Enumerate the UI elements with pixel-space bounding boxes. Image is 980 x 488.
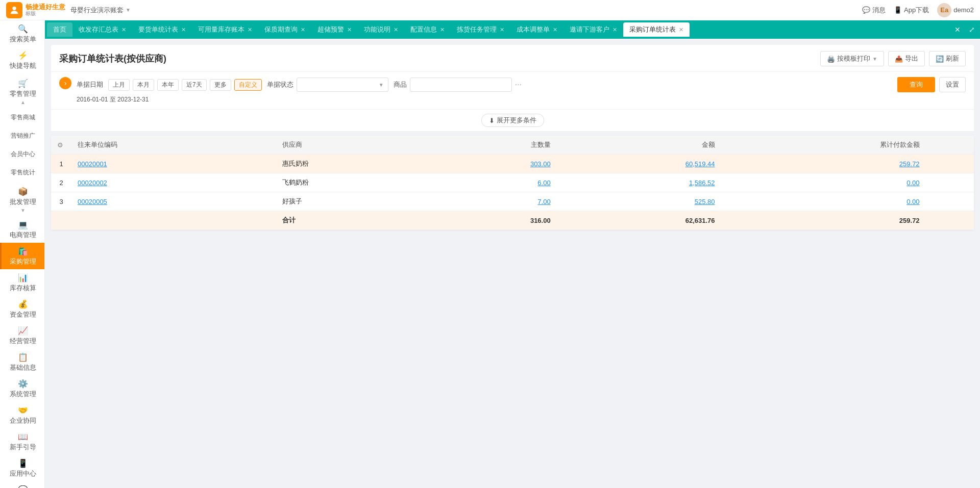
table-row: 1 00020001 惠氏奶粉 303.00 60,519.44 — [51, 155, 974, 173]
tab-cost-adjust[interactable]: 成本调整单 ✕ — [510, 22, 564, 37]
wholesale-arrow-icon: ▼ — [20, 208, 26, 213]
tab-receive-summary[interactable]: 收发存汇总表 ✕ — [72, 22, 132, 37]
row-paid-1: 259.72 — [721, 155, 926, 173]
content-area: 首页 收发存汇总表 ✕ 要货单统计表 ✕ 可用量库存账本 ✕ 保质期查询 ✕ 超… — [45, 20, 980, 488]
export-icon: 📤 — [895, 55, 903, 63]
app-logo-icon — [6, 2, 22, 18]
filter-query-area: 查询 设置 — [897, 77, 966, 92]
table-header: ⚙ 往来单位编码 供应商 主数量 金额 累计付款金额 — [51, 136, 974, 155]
row-supplier-2: 飞鹤奶粉 — [276, 173, 429, 192]
tab-close-pick-task[interactable]: ✕ — [500, 27, 504, 33]
tab-invite-downstream[interactable]: 邀请下游客户 ✕ — [564, 22, 623, 37]
tab-close-expiry-query[interactable]: ✕ — [301, 27, 305, 33]
col-code: 往来单位编码 — [71, 136, 276, 155]
goods-label: 商品 — [394, 80, 407, 89]
expand-more-btn[interactable]: ⬇ 展开更多条件 — [481, 114, 544, 127]
message-action[interactable]: 💬 消息 — [862, 6, 886, 15]
tab-close-overstock-warning[interactable]: ✕ — [347, 27, 352, 33]
sidebar-item-enterprise[interactable]: 🤝 企业协同 — [0, 402, 44, 428]
search-icon: 🔍 — [18, 24, 28, 34]
sidebar-item-retail[interactable]: 🛒 零售管理 ▲ — [0, 73, 44, 108]
date-btn-7days[interactable]: 近7天 — [182, 79, 207, 91]
sidebar-item-search[interactable]: 🔍 搜索英单 — [0, 20, 44, 47]
col-amount: 金额 — [557, 136, 721, 155]
sidebar-item-basic[interactable]: 📋 基础信息 — [0, 349, 44, 375]
tab-pick-task[interactable]: 拣货任务管理 ✕ — [451, 22, 510, 37]
tab-bar-actions: ✕ ⤢ — [951, 23, 978, 36]
top-bar: 畅捷通好生意 标版 母婴行业演示账套 ▼ 💬 消息 📱 App下载 Ea dem… — [0, 0, 980, 20]
tab-close-function-desc[interactable]: ✕ — [394, 27, 398, 33]
date-btn-this-year[interactable]: 本年 — [157, 79, 179, 91]
query-btn[interactable]: 查询 — [897, 77, 935, 92]
sidebar-item-finance[interactable]: 💰 资金管理 — [0, 296, 44, 322]
sidebar-item-inventory[interactable]: 📊 库存核算 — [0, 269, 44, 296]
row-code-3: 00020005 — [71, 192, 276, 211]
export-btn[interactable]: 📤 导出 — [888, 51, 925, 66]
date-btn-more[interactable]: 更多 — [210, 79, 231, 91]
sidebar-item-retail-stats[interactable]: 零售统计 — [0, 163, 44, 182]
filter-more-dots[interactable]: ··· — [515, 80, 522, 89]
page-header-actions: 🖨️ 按模板打印 ▼ 📤 导出 🔄 刷新 — [820, 51, 966, 66]
ecommerce-icon: 💻 — [18, 220, 28, 229]
tab-close-config-info[interactable]: ✕ — [440, 27, 445, 33]
settings-btn[interactable]: 设置 — [939, 77, 966, 92]
sidebar-item-wechat[interactable]: 💬 企业微信 — [0, 481, 44, 488]
col-qty: 主数量 — [429, 136, 557, 155]
avatar: Ea — [937, 3, 951, 17]
col-settings: ⚙ — [51, 136, 71, 155]
row-qty-2: 6.00 — [429, 173, 557, 192]
tab-expiry-query[interactable]: 保质期查询 ✕ — [258, 22, 311, 37]
date-btn-this-month[interactable]: 本月 — [133, 79, 154, 91]
goods-input[interactable] — [410, 78, 512, 92]
print-btn[interactable]: 🖨️ 按模板打印 ▼ — [820, 51, 884, 66]
status-select[interactable]: ▼ — [297, 78, 388, 92]
filter-area: › 单据日期 上月 本月 本年 近7天 更多 自定义 — [51, 71, 974, 110]
logo-area: 畅捷通好生意 标版 — [6, 2, 65, 18]
tab-close-cost-adjust[interactable]: ✕ — [553, 27, 557, 33]
tab-home[interactable]: 首页 — [47, 22, 72, 37]
tab-function-desc[interactable]: 功能说明 ✕ — [358, 22, 404, 37]
date-label: 单据日期 — [77, 80, 103, 89]
tab-available-inventory[interactable]: 可用量库存账本 ✕ — [192, 22, 258, 37]
row-qty-3: 7.00 — [429, 192, 557, 211]
date-btn-last-month[interactable]: 上月 — [108, 79, 130, 91]
row-num-2: 2 — [51, 173, 71, 192]
sidebar-item-ecommerce[interactable]: 💻 电商管理 — [0, 216, 44, 243]
tab-purchase-single-stats[interactable]: 要货单统计表 ✕ — [132, 22, 192, 37]
sidebar-item-quick-nav[interactable]: ⚡ 快捷导航 — [0, 47, 44, 73]
row-code-2: 00020002 — [71, 173, 276, 192]
sidebar-item-app-center[interactable]: 📱 应用中心 — [0, 455, 44, 481]
workspace-selector[interactable]: 母婴行业演示账套 ▼ — [70, 6, 131, 15]
tab-close-all-btn[interactable]: ✕ — [951, 23, 964, 36]
tab-purchase-order-stats[interactable]: 采购订单统计表 ✕ — [623, 22, 690, 37]
tab-overstock-warning[interactable]: 超储预警 ✕ — [311, 22, 358, 37]
user-profile[interactable]: Ea demo2 — [937, 3, 974, 17]
system-icon: ⚙️ — [18, 379, 28, 389]
operation-icon: 📈 — [18, 326, 28, 336]
tab-close-purchase-single-stats[interactable]: ✕ — [181, 27, 186, 33]
svg-point-0 — [12, 6, 16, 10]
tab-expand-btn[interactable]: ⤢ — [966, 23, 978, 36]
tab-close-purchase-order-stats[interactable]: ✕ — [679, 27, 683, 33]
sidebar-item-operation[interactable]: 📈 经营管理 — [0, 322, 44, 349]
sidebar-item-marketing[interactable]: 营销推广 — [0, 126, 44, 145]
app-download-action[interactable]: 📱 App下载 — [894, 6, 929, 15]
sidebar-item-system[interactable]: ⚙️ 系统管理 — [0, 375, 44, 402]
top-bar-left: 畅捷通好生意 标版 母婴行业演示账套 ▼ — [6, 2, 131, 18]
sidebar-item-retail-mall[interactable]: 零售商城 — [0, 108, 44, 126]
filter-toggle-btn[interactable]: › — [59, 77, 71, 89]
column-settings-icon[interactable]: ⚙ — [57, 141, 63, 149]
row-supplier-3: 好孩子 — [276, 192, 429, 211]
sidebar-item-wholesale[interactable]: 📦 批发管理 ▼ — [0, 182, 44, 216]
tab-close-available-inventory[interactable]: ✕ — [248, 27, 252, 33]
tab-close-invite-downstream[interactable]: ✕ — [612, 27, 617, 33]
sidebar-item-newbie[interactable]: 📖 新手引导 — [0, 428, 44, 455]
sidebar-item-purchase[interactable]: 🛍️ 采购管理 — [0, 243, 44, 269]
row-amount-2: 1,586.52 — [557, 173, 721, 192]
date-custom-tag[interactable]: 自定义 — [234, 79, 262, 91]
refresh-btn[interactable]: 🔄 刷新 — [929, 51, 966, 66]
tab-close-receive-summary[interactable]: ✕ — [121, 27, 126, 33]
sidebar-item-member[interactable]: 会员中心 — [0, 145, 44, 163]
data-table-wrapper: ⚙ 往来单位编码 供应商 主数量 金额 累计付款金额 1 — [51, 136, 974, 230]
tab-config-info[interactable]: 配置信息 ✕ — [404, 22, 451, 37]
